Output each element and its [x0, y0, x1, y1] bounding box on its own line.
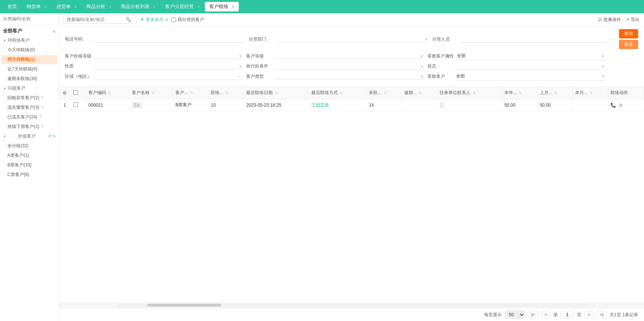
payment-select[interactable]: ∨: [273, 63, 424, 69]
export-icon: ↗: [626, 17, 629, 22]
sidebar-item-c-class[interactable]: C类客户(6): [1, 170, 57, 179]
sidebar-item-ungrouped[interactable]: 未分组(32): [1, 141, 57, 151]
sidebar: 🔍 全部客户 « 待联络客户 今天待联络(0) 明天待联络(1) 近7天待联络(…: [0, 13, 59, 321]
filter-bar: 🔍 ▼ 更多条件 ∧ 我分管的客户 ☑ 批量操作 ↗ 导出: [59, 13, 644, 26]
my-customers-checkbox-area[interactable]: 我分管的客户: [171, 17, 204, 23]
page-suffix: 页: [577, 312, 581, 318]
top-right-actions: ☑ 批量操作 ↗ 导出: [598, 17, 640, 23]
sidebar-item-declining[interactable]: 持续下滑客户(2) ?: [1, 122, 57, 131]
nav-customer-tier[interactable]: 客户分层经营 ×: [161, 2, 204, 11]
sidebar-item-today-contact[interactable]: 今天待联络(0): [1, 45, 57, 55]
sort-type-icon[interactable]: ⇅: [190, 91, 193, 95]
sidebar-item-repurchase-abnormal[interactable]: 回购异常客户(2) ?: [1, 93, 57, 103]
group-pending-contact[interactable]: 待联络客户: [0, 36, 59, 45]
close-sales-order-icon[interactable]: ×: [45, 4, 47, 9]
collapse-icon[interactable]: «: [53, 28, 56, 34]
sort-code-icon[interactable]: ⇅: [108, 91, 111, 95]
row-checkbox[interactable]: [73, 102, 78, 107]
retail-customer-select[interactable]: 全部 ∨: [455, 72, 606, 80]
filter-row-2: 客户价格等级 ∨ 客户等级 ∨ 零散客户属性 全部: [65, 52, 638, 60]
sort-person-icon[interactable]: ⇅: [473, 91, 476, 95]
close-customer-contact-icon[interactable]: ×: [232, 4, 234, 9]
customer-level-select[interactable]: ∨: [273, 53, 424, 59]
phone-input[interactable]: [92, 36, 246, 43]
close-customer-tier-icon[interactable]: ×: [197, 4, 200, 9]
sidebar-item-overdue-contact[interactable]: 逾期未联络(30): [1, 74, 57, 83]
select-all-checkbox[interactable]: [73, 90, 78, 95]
horizontal-scrollbar-track[interactable]: [118, 304, 585, 307]
sidebar-search-input[interactable]: [3, 16, 58, 21]
nav-product-analysis[interactable]: 商品分析 ×: [82, 2, 116, 11]
more-conditions-btn[interactable]: ▼ 更多条件 ∧: [140, 17, 168, 23]
table-row: 1 000021 Ea B类客户 15 2023-05-23 18:25: 下销…: [59, 99, 644, 111]
sidebar-item-churn-warning[interactable]: 流失预警客户(3) ?: [1, 103, 57, 112]
close-product-analysis-icon[interactable]: ×: [109, 4, 111, 9]
close-product-analysis-list-icon[interactable]: ×: [153, 4, 155, 9]
page-number-input[interactable]: [561, 311, 574, 318]
sort-year-icon[interactable]: ⇅: [519, 91, 522, 95]
nav-sales-order[interactable]: 销货单 ×: [22, 2, 51, 11]
sidebar-item-b-class[interactable]: B类客户(33): [1, 160, 57, 170]
last-page-btn[interactable]: >|: [596, 311, 607, 318]
sort-date-icon[interactable]: ⇅: [275, 91, 278, 95]
td-last-contact-method[interactable]: 下销货单: [309, 99, 367, 111]
nav-home[interactable]: 首页: [3, 2, 21, 11]
phone-label: 电话号码: [65, 36, 91, 42]
retail-attr-select[interactable]: 全部 ∨: [455, 52, 606, 60]
customer-table: ⚙ 客户编码 ⇅ 客户名称 ⇅ 客户... ⇅: [59, 87, 644, 111]
customer-type-chevron-icon: ∨: [420, 74, 423, 78]
sort-tmonth-icon[interactable]: ⇅: [589, 91, 592, 95]
nature-chevron-icon: ∨: [239, 64, 242, 68]
group-value-customer[interactable]: 价值客户 ↺ ✎: [0, 132, 59, 141]
my-customers-checkbox[interactable]: [171, 17, 176, 22]
export-btn[interactable]: ↗ 导出: [626, 17, 640, 23]
content-area: 🔍 ▼ 更多条件 ∧ 我分管的客户 ☑ 批量操作 ↗ 导出: [59, 13, 644, 321]
status-select[interactable]: ∨: [455, 63, 606, 69]
td-contacts: 15: [209, 99, 244, 111]
sort-name-icon[interactable]: ⇅: [151, 91, 154, 95]
price-level-select[interactable]: ∨: [93, 53, 243, 59]
table-header-row: ⚙ 客户编码 ⇅ 客户名称 ⇅ 客户... ⇅: [59, 87, 644, 99]
query-button[interactable]: 查询: [619, 29, 638, 38]
batch-operation-btn[interactable]: ☑ 批量操作: [598, 17, 621, 23]
group-problem-customer[interactable]: 问题客户: [0, 84, 59, 93]
grid-action-icon[interactable]: ⊞: [619, 103, 623, 108]
th-checkbox: [71, 87, 86, 99]
td-index: 1: [59, 99, 71, 111]
th-last-month: 上月... ⇅: [537, 87, 573, 99]
sort-overdue-icon[interactable]: ⇅: [419, 91, 422, 95]
sort-nc-icon[interactable]: ⇅: [384, 91, 386, 95]
sort-contacts-icon[interactable]: ⇅: [225, 91, 228, 95]
close-purchase-order-icon[interactable]: ×: [74, 4, 77, 9]
next-page-btn[interactable]: >: [584, 311, 594, 318]
set-button[interactable]: 设置: [619, 40, 638, 49]
dept-select[interactable]: ∨: [276, 36, 430, 42]
person-dots-icon[interactable]: ···: [608, 37, 612, 42]
customer-type-select[interactable]: ∨: [273, 73, 424, 79]
nav-product-analysis-list[interactable]: 商品分析列表 ×: [116, 2, 160, 11]
prev-page-btn[interactable]: <: [541, 311, 550, 318]
sidebar-item-tomorrow-contact[interactable]: 明天待联络(1): [1, 55, 57, 64]
sort-method-icon[interactable]: ⇅: [340, 91, 343, 95]
sidebar-item-a-class[interactable]: A类客户(1): [1, 151, 57, 160]
nav-purchase-order[interactable]: 进货单 ×: [52, 2, 81, 11]
main-search-icon[interactable]: 🔍: [126, 17, 131, 22]
person-select[interactable]: ···: [459, 36, 613, 43]
nav-customer-contact[interactable]: 客户联络 ×: [205, 2, 239, 11]
main-search-input[interactable]: [67, 17, 126, 22]
sort-lmonth-icon[interactable]: ⇅: [554, 91, 557, 95]
first-page-btn[interactable]: |<: [528, 311, 538, 318]
sidebar-item-7days-contact[interactable]: 近7天待联络(0): [1, 65, 57, 74]
horizontal-scrollbar-thumb[interactable]: [147, 304, 221, 307]
th-gear[interactable]: ⚙: [59, 87, 71, 99]
phone-action-icon[interactable]: 📞: [610, 103, 616, 108]
region-dots-icon[interactable]: ···: [238, 74, 242, 79]
contact-method-link[interactable]: 下销货单: [311, 102, 329, 107]
per-page-select[interactable]: 50 100 200: [505, 311, 525, 319]
th-contacts: 联络... ⇅: [209, 87, 244, 99]
sidebar-item-churned[interactable]: 已流失客户(24) ?: [1, 113, 57, 122]
nature-select[interactable]: ∨: [92, 63, 243, 69]
region-select[interactable]: ···: [93, 73, 243, 80]
value-customer-actions[interactable]: ↺ ✎: [48, 134, 56, 139]
td-this-year: 50.00: [502, 99, 537, 111]
